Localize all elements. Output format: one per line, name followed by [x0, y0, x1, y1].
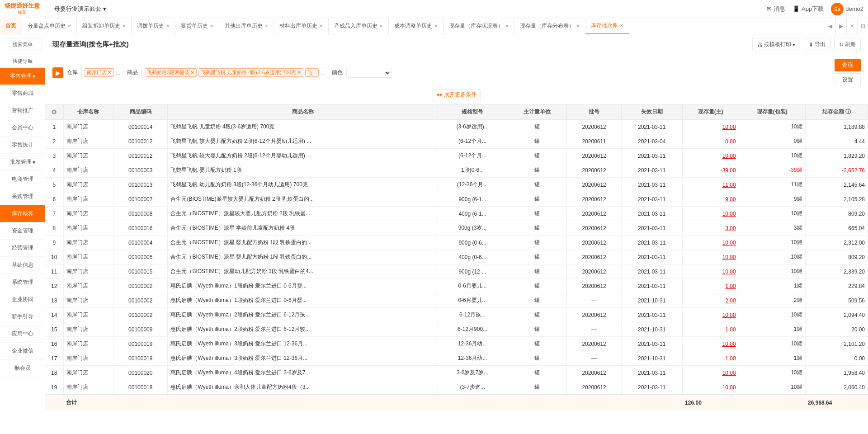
close-icon[interactable]: ✕ [379, 24, 383, 28]
row-qty-main[interactable]: 10.00 [682, 120, 739, 134]
row-code: 00100004 [113, 236, 168, 250]
tab-zuzhang[interactable]: 组装拆卸单历史 ✕ [77, 18, 132, 34]
row-qty-pkg: 10罐 [739, 264, 805, 279]
tab-cailiao-chuku[interactable]: 材料出库单历史 ✕ [274, 18, 329, 34]
quick-nav-button[interactable]: 快捷导航 [0, 55, 45, 68]
warehouse-ellipsis[interactable]: ... [116, 70, 120, 76]
sidebar-item-finance[interactable]: 资金管理 [0, 222, 45, 240]
app-download-btn[interactable]: 📱 App下载 [793, 5, 824, 13]
row-qty-main[interactable]: 0.00 [682, 134, 739, 149]
sidebar-item-retail[interactable]: 零售管理 ▾ [0, 68, 45, 85]
refresh-btn[interactable]: ↻ 刷新 [834, 38, 861, 51]
nav-next-arrow[interactable]: ▶ [835, 18, 846, 34]
row-qty-main[interactable]: 11.00 [682, 178, 739, 192]
sidebar-item-member2[interactable]: 畅会员 [0, 360, 45, 377]
row-expire: 2021-10-31 [621, 293, 682, 308]
sidebar-item-inventory[interactable]: 库存核算 [0, 205, 45, 222]
tab-chengpin-ruku[interactable]: 产成品入库单历史 ✕ [329, 18, 389, 34]
row-spec: 12-36月幼... [438, 351, 507, 366]
search-menu-button[interactable]: 搜索菜单 [3, 38, 42, 51]
tab-qita-chuku[interactable]: 其他出库单历史 ✕ [219, 18, 274, 34]
close-icon[interactable]: ✕ [122, 24, 126, 28]
row-qty-main[interactable]: 10.00 [682, 308, 739, 322]
tab-chengben[interactable]: 成本调整单历史 ✕ [389, 18, 443, 34]
row-qty-main[interactable]: 10.00 [682, 264, 739, 279]
row-qty-main[interactable]: 2.00 [682, 293, 739, 308]
row-no: 16 [45, 337, 63, 351]
close-icon[interactable]: ✕ [434, 24, 438, 28]
settings-icon[interactable]: ⚙ [51, 108, 57, 116]
row-qty-main[interactable]: 10.00 [682, 366, 739, 380]
tab-diaopei[interactable]: 调拨单历史 ✕ [132, 18, 175, 34]
close-icon[interactable]: ✕ [264, 24, 268, 28]
row-qty-main[interactable]: 9.00 [682, 192, 739, 207]
export-btn[interactable]: ⬇ 导出 [804, 38, 830, 51]
top-bar: 畅捷通好生意 标题 母婴行业演示账套 ▾ ✉ 消息 📱 App下载 Ea dem… [0, 0, 868, 18]
sidebar-item-purchase[interactable]: 采购管理 [0, 188, 45, 205]
row-qty-main[interactable]: 10.00 [682, 236, 739, 250]
row-qty-main[interactable]: 10.00 [682, 337, 739, 351]
table-footer: 合计 126.00 26,968.64 [45, 395, 868, 410]
sidebar-item-enterprise[interactable]: 企业协同 [0, 291, 45, 308]
tab-yaohuo[interactable]: 要货单历史 ✕ [175, 18, 219, 34]
row-qty-main[interactable]: 1.00 [682, 279, 739, 293]
tab-kucun-pici[interactable]: 库存批次账 ✕ [585, 18, 629, 34]
expand-more-btn[interactable]: ▾▾ 展开更多条件 [433, 89, 481, 100]
sidebar-item-wholesale[interactable]: 批发管理 ▾ [0, 154, 45, 171]
message-btn[interactable]: ✉ 消息 [767, 5, 785, 13]
row-qty-main[interactable]: 1.00 [682, 322, 739, 337]
query-btn[interactable]: 查询 [835, 59, 861, 71]
row-batch: 20200612 [567, 120, 621, 134]
tab-xiancunliang-kucun[interactable]: 现存量（库存状况表） ✕ [443, 18, 514, 34]
sidebar-item-wechat[interactable]: 企业微信 [0, 343, 45, 360]
row-qty-main[interactable]: 10.00 [682, 250, 739, 264]
row-qty-main[interactable]: 10.00 [682, 149, 739, 163]
nav-menu-icon[interactable]: ⊡ [857, 18, 868, 34]
sidebar-item-mall[interactable]: 零售商城 [0, 85, 45, 102]
industry-select[interactable]: 母婴行业演示账套 ▾ [50, 5, 111, 13]
row-amount: 2,094.40 [805, 308, 868, 322]
nav-prev-arrow[interactable]: ◀ [825, 18, 835, 34]
sidebar-item-appcenter[interactable]: 应用中心 [0, 326, 45, 343]
tab-fenpan[interactable]: 分量盘点单历史 ✕ [22, 18, 77, 34]
close-icon[interactable]: ✕ [505, 24, 509, 28]
row-spec: 900g (12-... [438, 264, 507, 279]
row-unit: 罐 [507, 192, 567, 207]
row-qty-main[interactable]: -39.00 [682, 163, 739, 178]
sidebar-item-member[interactable]: 会员中心 [0, 119, 45, 137]
footer-row: 合计 126.00 26,968.64 [45, 395, 868, 410]
row-qty-main[interactable]: 1.00 [682, 351, 739, 366]
filter-toggle-btn[interactable]: ▶ [52, 67, 63, 78]
product-ellipsis[interactable]: ... [321, 70, 325, 76]
close-icon[interactable]: ✕ [576, 24, 580, 28]
tab-xiancunliang-fenbu[interactable]: 现存量（库存分布表） ✕ [514, 18, 585, 34]
sidebar-item-basic[interactable]: 基础信息 [0, 257, 45, 274]
close-icon[interactable]: ✕ [620, 23, 623, 28]
row-qty-main[interactable]: 3.00 [682, 221, 739, 236]
sidebar-item-ecommerce[interactable]: 电商管理 [0, 171, 45, 188]
sidebar-item-marketing[interactable]: 营销推广 [0, 102, 45, 119]
close-icon[interactable]: ✕ [319, 24, 323, 28]
color-select[interactable] [346, 68, 392, 78]
setting-btn[interactable]: 设置 [835, 73, 861, 86]
close-icon[interactable]: ✕ [166, 24, 170, 28]
close-icon[interactable]: ✕ [67, 24, 71, 28]
sidebar-item-system[interactable]: 系统管理 [0, 274, 45, 291]
sidebar-item-guide[interactable]: 新手引导 [0, 308, 45, 326]
row-qty-pkg: 1罐 [739, 351, 805, 366]
remove-product-tag-1[interactable]: ✕ [190, 70, 194, 75]
user-menu[interactable]: Ea demo2 [831, 3, 863, 15]
nav-close-icon[interactable]: ✕ [846, 18, 857, 34]
row-qty-main[interactable]: 10.00 [682, 380, 739, 395]
sidebar-item-retail-stats[interactable]: 零售统计 [0, 137, 45, 154]
sidebar-item-operations[interactable]: 经营管理 [0, 240, 45, 257]
print-btn[interactable]: 🖨 按模板打印 ▾ [752, 38, 800, 51]
remove-product-tag-2[interactable]: ✕ [297, 70, 301, 75]
close-icon[interactable]: ✕ [210, 24, 213, 28]
row-expire: 2021-03-11 [621, 192, 682, 207]
table-row: 19南岸门店00100018惠氏启腆（Wyeth illuma）亲和人体儿童配方… [45, 380, 868, 395]
product-label: 商品 [127, 69, 138, 76]
remove-warehouse-tag[interactable]: ✕ [108, 70, 112, 75]
row-qty-main[interactable]: 10.00 [682, 207, 739, 221]
tab-home[interactable]: 首页 [0, 18, 22, 34]
